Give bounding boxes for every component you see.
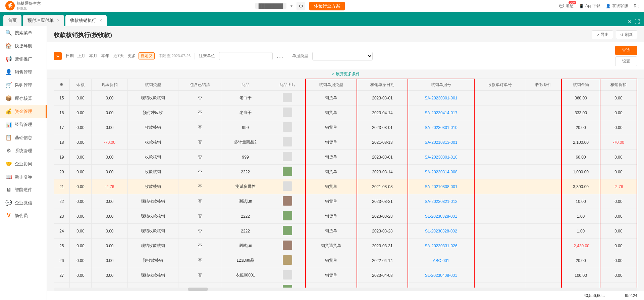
cell-settled: 否 bbox=[178, 224, 222, 239]
cell-discount: 0.00 bbox=[600, 105, 637, 120]
date-opt-7days[interactable]: 近7天 bbox=[112, 52, 125, 59]
cell-doc-no[interactable]: SA-20230314-008 bbox=[408, 165, 474, 179]
refresh-button[interactable]: ↺ 刷新 bbox=[616, 30, 637, 39]
cell-doc-no[interactable]: SA-20230321-012 bbox=[408, 194, 474, 209]
cell-order-no bbox=[474, 209, 525, 224]
table-row: 21 0.00 -2.76 收款核销 否 测试多属性 销货单 2021-08-0… bbox=[54, 179, 637, 194]
main-table: ⚙ 余额 现金折扣 核销类型 包含已结清 商品 商品图片 核销单据类型 核销单据… bbox=[54, 79, 637, 288]
member-icon: V bbox=[5, 213, 12, 219]
scroll-thumb[interactable] bbox=[188, 288, 208, 291]
cell-settled: 否 bbox=[178, 165, 222, 179]
filter-divider-1 bbox=[195, 53, 195, 59]
expand-conditions-bar: ∨ 展开更多条件 bbox=[47, 70, 644, 79]
cell-discount: 0.00 bbox=[600, 239, 637, 253]
app-icon: 📱 bbox=[579, 4, 584, 8]
cell-discount: 0.00 bbox=[600, 150, 637, 165]
sidebar-item-purchase[interactable]: 🛒 采购管理 bbox=[0, 79, 47, 92]
sidebar-item-guide[interactable]: 📖 新手引导 bbox=[0, 170, 47, 183]
app-download-button[interactable]: 📱 App下载 bbox=[579, 3, 600, 9]
cell-settled: 否 bbox=[178, 120, 222, 135]
sidebar-item-search[interactable]: 🔍 搜索菜单 bbox=[0, 26, 47, 39]
sidebar-item-hardware[interactable]: 🖥 智能硬件 bbox=[0, 183, 47, 196]
cell-amount: 360.00 bbox=[561, 91, 600, 105]
sidebar-hardware-label: 智能硬件 bbox=[15, 187, 32, 193]
system-icon: ⚙ bbox=[5, 147, 12, 154]
tab-prepay-close[interactable]: × bbox=[57, 18, 59, 23]
tab-receipt[interactable]: 收款核销执行 × bbox=[65, 15, 107, 26]
cell-doc-no[interactable]: SA-20230331-026 bbox=[408, 239, 474, 253]
date-opt-this-year[interactable]: 本年 bbox=[100, 52, 111, 59]
cell-balance: 0.00 bbox=[69, 209, 92, 224]
cell-doc-no[interactable]: ABC-001 bbox=[408, 253, 474, 268]
cell-condition bbox=[525, 209, 561, 224]
date-opt-this-month[interactable]: 本月 bbox=[88, 52, 99, 59]
sidebar-item-sales[interactable]: 👤 销售管理 bbox=[0, 66, 47, 79]
tab-home[interactable]: 首页 bbox=[3, 15, 21, 26]
cell-id: 28 bbox=[54, 283, 70, 288]
date-opt-custom[interactable]: 自定义 bbox=[139, 52, 155, 59]
sidebar-quicknav-label: 快捷导航 bbox=[15, 43, 32, 49]
industry-button[interactable]: 体验行业方案 bbox=[309, 2, 345, 10]
cell-doc-no[interactable]: SL-20230418-001 bbox=[408, 283, 474, 288]
sidebar-item-wechat[interactable]: 💬 企业微信 bbox=[0, 196, 47, 209]
date-opt-more[interactable]: 更多 bbox=[126, 52, 137, 59]
partner-filter-input[interactable] bbox=[219, 52, 273, 60]
sidebar-search-label: 搜索菜单 bbox=[15, 30, 32, 36]
cell-amount: 20.00 bbox=[561, 120, 600, 135]
table-container[interactable]: ⚙ 余额 现金折扣 核销类型 包含已结清 商品 商品图片 核销单据类型 核销单据… bbox=[47, 79, 644, 288]
sidebar-item-system[interactable]: ⚙ 系统管理 bbox=[0, 144, 47, 157]
cell-doc-date: 2023-03-14 bbox=[357, 165, 408, 179]
sidebar-item-inventory[interactable]: 📦 库存核算 bbox=[0, 92, 47, 105]
hardware-icon: 🖥 bbox=[5, 187, 12, 193]
cell-doc-date: 2023-03-01 bbox=[357, 91, 408, 105]
sidebar-enterprise-label: 企业协同 bbox=[15, 161, 32, 167]
cell-type: 收款核销 bbox=[128, 135, 178, 150]
sidebar-item-quicknav[interactable]: 🏠 快捷导航 bbox=[0, 39, 47, 52]
cell-doc-no[interactable]: SA-20230414-017 bbox=[408, 105, 474, 120]
tab-close-all-icon[interactable]: ✕ bbox=[628, 18, 632, 25]
top-bar-left: 畅 畅捷通好生意 标准版 bbox=[5, 1, 41, 10]
sidebar-item-enterprise[interactable]: 🤝 企业协同 bbox=[0, 157, 47, 170]
settings-button[interactable]: ⚙ bbox=[297, 2, 305, 10]
tab-prepay[interactable]: 预付冲应付单 × bbox=[23, 15, 64, 26]
sidebar-item-business[interactable]: 📊 经营管理 bbox=[0, 118, 47, 131]
user-button[interactable]: Rit bbox=[634, 4, 639, 8]
doctype-filter-select[interactable] bbox=[312, 52, 373, 60]
cell-product: 多计量商品2 bbox=[222, 135, 269, 150]
cell-doc-no[interactable]: SA-20210808-001 bbox=[408, 179, 474, 194]
online-service-button[interactable]: 👤 在线客服 bbox=[606, 3, 628, 9]
message-button[interactable]: 💬 消息 99+ bbox=[559, 3, 574, 9]
cell-balance: 0.00 bbox=[69, 105, 92, 120]
cell-cash-discount: -70.00 bbox=[92, 135, 128, 150]
cell-doc-no[interactable]: SA-20210813-001 bbox=[408, 135, 474, 150]
dropdown-arrow-icon[interactable]: ▾ bbox=[290, 4, 292, 8]
sidebar-item-member[interactable]: V 畅会员 bbox=[0, 209, 47, 222]
settings-button[interactable]: 设置 bbox=[615, 56, 637, 66]
cell-doc-no[interactable]: SL-20230328-001 bbox=[408, 209, 474, 224]
cell-order-no bbox=[474, 268, 525, 283]
sidebar-item-basic[interactable]: 📋 基础信息 bbox=[0, 131, 47, 144]
query-button[interactable]: 查询 bbox=[615, 46, 637, 55]
cell-doc-no[interactable]: SA-20230301-001 bbox=[408, 91, 474, 105]
business-icon: 📊 bbox=[5, 121, 12, 128]
export-button[interactable]: ↗ 导出 bbox=[592, 30, 613, 39]
cell-doc-no[interactable]: SA-20230301-010 bbox=[408, 150, 474, 165]
cell-amount: 60.00 bbox=[561, 150, 600, 165]
sidebar-item-marketing[interactable]: 📢 营销推广 bbox=[0, 52, 47, 66]
th-settings[interactable]: ⚙ bbox=[54, 79, 70, 91]
sidebar-item-finance[interactable]: 💰 资金管理 bbox=[0, 105, 47, 118]
horizontal-scrollbar[interactable] bbox=[54, 288, 637, 291]
cell-doc-no[interactable]: SL-20230408-001 bbox=[408, 268, 474, 283]
filter-toggle-button[interactable]: » bbox=[54, 52, 62, 60]
cell-doc-no[interactable]: SA-20230301-010 bbox=[408, 120, 474, 135]
partner-filter-dots[interactable]: ... bbox=[277, 52, 284, 59]
cell-product: 老白干 bbox=[222, 105, 269, 120]
cell-cash-discount: 0.00 bbox=[92, 239, 128, 253]
cell-amount: 10.00 bbox=[561, 194, 600, 209]
tab-receipt-close[interactable]: × bbox=[100, 18, 102, 23]
date-opt-last-month[interactable]: 上月 bbox=[76, 52, 87, 59]
tab-expand-icon[interactable]: ⛶ bbox=[635, 19, 640, 25]
cell-settled: 否 bbox=[178, 253, 222, 268]
expand-conditions-button[interactable]: ∨ 展开更多条件 bbox=[331, 72, 360, 76]
cell-doc-no[interactable]: SL-20230328-002 bbox=[408, 224, 474, 239]
